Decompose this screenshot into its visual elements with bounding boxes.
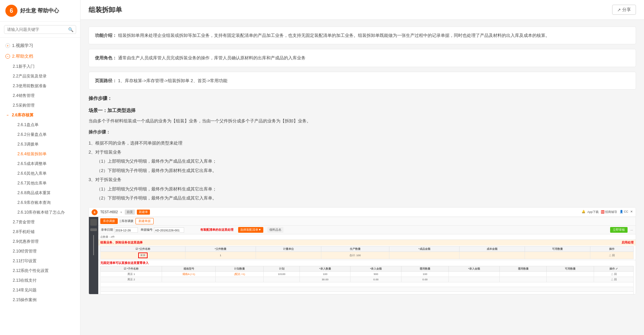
sidebar-item-2-6-8[interactable]: 2.6.8商品成本重算 xyxy=(0,188,80,198)
inner-form-bar: 录单日期 2019-12-26 单据编号 AD-20191226-001 有装配… xyxy=(98,226,636,234)
inner-lower-col-5: *录入数量 xyxy=(300,266,351,272)
inner-lower-col-4: 计划 xyxy=(264,266,300,272)
inner-left-sidebar xyxy=(89,217,98,294)
inner-warehouse-input[interactable]: 领料品名 xyxy=(267,227,283,233)
inner-upper-avail xyxy=(525,252,590,259)
inner-date-group: 录单日期 2019-12-26 xyxy=(101,227,138,233)
sidebar-item-2-3[interactable]: 2.3使用前数据准备 xyxy=(0,81,80,91)
inner-lower-plan-2 xyxy=(216,277,264,282)
sidebar-item-2-6-5[interactable]: 2.6.5成本调整单 xyxy=(0,159,80,169)
sidebar-item-2-1[interactable]: 2.1新手入门 xyxy=(0,62,80,71)
inner-lower-ops-1: △ 回 xyxy=(594,272,634,277)
share-icon: ↗ xyxy=(617,7,621,12)
inner-lower-amt2-2 xyxy=(448,277,499,282)
sidebar-item-2-9[interactable]: 2.9优惠券管理 xyxy=(0,237,80,246)
inner-btn-ok[interactable]: 立即审核 xyxy=(610,227,628,233)
sidebar-item-2-6-4[interactable]: 2.6.4组装拆卸单 xyxy=(0,149,80,159)
sidebar-item-2-6-2[interactable]: 2.6.2分量盘点单 xyxy=(0,130,80,139)
sidebar-item-2-15[interactable]: 2.15操作案例 xyxy=(0,295,80,305)
inner-lower-empty-4 xyxy=(101,287,634,292)
inner-ordernum-group: 单据编号 AD-20191226-001 xyxy=(141,227,184,233)
sidebar-item-2-13[interactable]: 2.13在线支付 xyxy=(0,276,80,285)
main-content: 组装拆卸单 ↗ 分享 功能介绍： 组装拆卸单用来处理企业组装或拆卸等加工业务，支… xyxy=(80,0,644,335)
inner-lower-avail-1 xyxy=(547,272,594,277)
search-icon[interactable]: 🔍 xyxy=(68,27,73,32)
inner-menu-line xyxy=(93,235,94,255)
search-input[interactable] xyxy=(4,25,76,34)
inner-menu-dot xyxy=(90,219,97,226)
inner-lower-p-1: 10100 xyxy=(264,272,300,277)
inner-lower-col-op: 操作 ⤢ xyxy=(594,266,634,272)
sidebar-item-2-10[interactable]: 2.10经营管理 xyxy=(0,246,80,256)
sidebar-item-2-7[interactable]: 2.7资金管理 xyxy=(0,217,80,227)
sidebar-item-2-11[interactable]: 2.11打印设置 xyxy=(0,256,80,266)
step-3-sub2: （2）下部明细为子件明细，最终作为产成品生成其它入库单。 xyxy=(97,194,636,202)
step-2: 2、对于组装业务 xyxy=(89,148,636,156)
sidebar-item-2-12[interactable]: 2.12系统个性化设置 xyxy=(0,266,80,276)
inner-btn-newdoc[interactable]: 新建单据 xyxy=(136,218,154,224)
sidebar-item-2-6-6[interactable]: 2.6.6其他入库单 xyxy=(0,169,80,178)
inner-count-row: 总数量 : 2件 xyxy=(98,234,636,240)
inner-upper-label-row: 组装业务、拆卸业务在这里选择 启用处理 xyxy=(98,240,636,245)
sidebar-item-2-6-7[interactable]: 2.6.7其他出库单 xyxy=(0,178,80,188)
inner-subnav: 自贡 新建单 xyxy=(125,210,579,215)
nav-list: + 1.视频学习 − 2.帮助文档 2.1新手入门 2.2产品安装及登录 2.3… xyxy=(0,38,80,335)
inner-company: TEST-H002 xyxy=(100,210,118,214)
inner-btn-select[interactable]: 选择装配清单▼ xyxy=(238,227,263,233)
inner-lower-col-2: 规格型号 xyxy=(162,266,216,272)
inner-lower-iqty-1: 100 xyxy=(300,272,351,277)
sidebar-item-2-4[interactable]: 2.4销售管理 xyxy=(0,91,80,101)
inner-topbar: 6 TEST-H002 ▾ 自贡 新建单 🔔 App下载 🆘 招商辅导 👤 CC… xyxy=(89,208,636,217)
inner-ordernum-label: 单据编号 xyxy=(141,228,153,232)
func-intro-content: 组装拆卸单用来处理企业组装或拆卸等加工业务，支持有固定装配清单的产品加工业务，也… xyxy=(118,33,550,38)
sidebar-item-2-6-9[interactable]: 2.6.9库存账本查询 xyxy=(0,198,80,208)
role-content: 通常由生产人员或库管人员完成拆装业务的操作，库管人员确认原材料的出库和产成品的入… xyxy=(118,55,306,60)
inner-lower-row-1: 黑豆 1 规格A (+1) (配比 +1) 10100 100 900 100 xyxy=(101,272,634,277)
sidebar-item-2-6-3[interactable]: 2.6.3调拨单 xyxy=(0,139,80,149)
inner-tab-new: 新建单 xyxy=(137,210,150,215)
inner-label-doctype: | 库存调拨 xyxy=(120,219,133,223)
sidebar-item-video[interactable]: + 1.视频学习 xyxy=(0,40,80,51)
docs-subitems: 2.1新手入门 2.2产品安装及登录 2.3使用前数据准备 2.4销售管理 2.… xyxy=(0,62,80,305)
step-3-sub1: （1）上部明细为父件明细，最终作为原材料生成其它出库单； xyxy=(97,185,636,193)
sidebar-item-2-6-1[interactable]: 2.6.1盘点单 xyxy=(0,120,80,130)
sidebar-item-2-8[interactable]: 2.8手机旺铺 xyxy=(0,227,80,237)
screenshot-container: 6 TEST-H002 ▾ 自贡 新建单 🔔 App下载 🆘 招商辅导 👤 CC… xyxy=(89,207,636,294)
inner-upper-ops: △ 回 xyxy=(590,252,633,259)
step-1: 1、根据不同的业务，选择不同单据的类型来处理 xyxy=(89,139,636,147)
inner-lower-spec-1: 规格A (+1) xyxy=(162,272,216,277)
inner-upper-col-2: *父件数量 xyxy=(185,246,256,252)
inner-icon-user: 👤 CC xyxy=(620,210,629,214)
sidebar-item-2-6-10[interactable]: 2.6.10库存账本错了怎么办 xyxy=(0,208,80,217)
group-label: 2.6库存核算 xyxy=(12,113,34,117)
inner-date-label: 录单日期 xyxy=(101,228,113,232)
search-box[interactable]: 🔍 xyxy=(0,22,80,38)
share-button[interactable]: ↗ 分享 xyxy=(612,5,636,15)
sidebar-item-2-14[interactable]: 2.14常见问题 xyxy=(0,285,80,295)
inner-date-value[interactable]: 2019-12-26 xyxy=(114,227,138,233)
path-block: 页面路径： 1、库存核算->库存管理->组装拆卸单 2、首页->常用功能 xyxy=(89,72,636,90)
func-intro-text: 功能介绍： 组装拆卸单用来处理企业组装或拆卸等加工业务，支持有固定装配清单的产品… xyxy=(95,32,630,39)
annotation-zerofill: 无固定清单可以直接在这里置零录入 xyxy=(100,261,149,265)
sidebar-item-2-5[interactable]: 2.5采购管理 xyxy=(0,101,80,110)
inner-lower-need-1: 100 xyxy=(401,272,449,277)
inner-close-icon: ✕ xyxy=(630,210,633,214)
page-title: 组装拆卸单 xyxy=(89,5,122,14)
inner-upper-col-5: *成品金额 xyxy=(389,246,460,252)
inner-lower-iamt-2: 0.00 xyxy=(351,277,401,282)
inner-upper-name-box: 米米 xyxy=(138,253,148,258)
sidebar-group-2-6[interactable]: − 2.6库存核算 xyxy=(0,110,80,120)
inner-btn-more[interactable]: ··· xyxy=(630,228,633,232)
path-text: 页面路径： 1、库存核算->库存管理->组装拆卸单 2、首页->常用功能 xyxy=(95,77,630,85)
inner-lower-iamt-1: 900 xyxy=(351,272,401,277)
inner-upper-cost xyxy=(460,252,525,259)
scenario-desc: 当由多个子件材料组装成一个成品的业务为【组装】业务，当由一个父件拆分成多个子产品… xyxy=(89,117,636,125)
inner-lower-col-10: 可用数量 xyxy=(547,266,594,272)
inner-lower-p-2 xyxy=(264,277,300,282)
inner-menu-dot2 xyxy=(90,228,97,231)
inner-ordernum-value[interactable]: AD-20191226-001 xyxy=(154,227,184,233)
inner-btn-stocktype[interactable]: 库存调拨 xyxy=(100,218,118,224)
inner-upper-name: 米米 xyxy=(101,252,185,259)
sidebar-item-2-2[interactable]: 2.2产品安装及登录 xyxy=(0,71,80,81)
sidebar-item-docs[interactable]: − 2.帮助文档 xyxy=(0,51,80,62)
